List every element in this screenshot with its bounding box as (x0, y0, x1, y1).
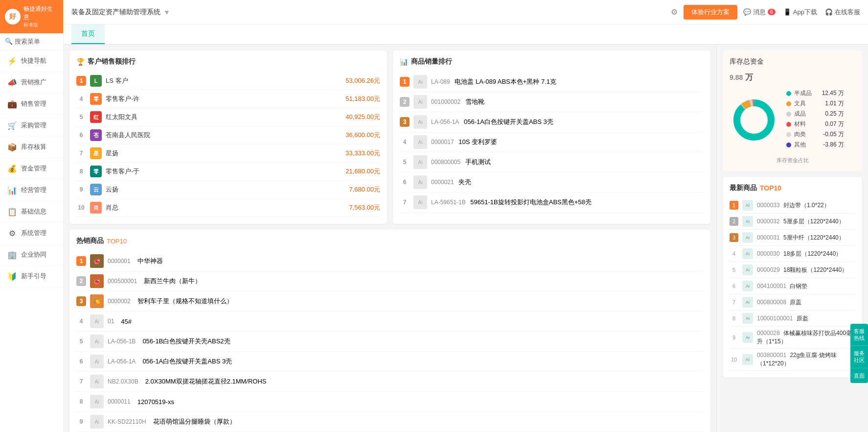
sidebar-item-marketing[interactable]: 📣 营销推广 (0, 72, 63, 94)
hot-selling-title: 热销商品 TOP10 (76, 237, 704, 245)
most-sold-info-5: 000800005 手机测试 (431, 158, 704, 167)
logo-icon: 好 (5, 9, 21, 24)
new-product-icon-10: Ai (742, 354, 753, 365)
float-buttons: 客服 热线 服务 社区 直面 (850, 324, 868, 383)
customer-ranking-title: 🏆 客户销售额排行 (76, 57, 380, 66)
most-sold-item-7: 7 Ai LA-59651-1B 59651-1B旋转投影灯电池盒ABS黑色+5… (400, 192, 704, 213)
svg-point-1 (737, 103, 771, 137)
customer-service-button[interactable]: 客服 热线 (850, 324, 868, 346)
sidebar-item-purchase[interactable]: 🛒 采购管理 (0, 115, 63, 137)
online-service-button[interactable]: 🎧 在线客服 (825, 8, 860, 17)
new-product-rank-3: 3 (730, 233, 738, 242)
purchase-icon: 🛒 (7, 121, 17, 130)
topbar-actions: 💬 消息 6 📱 App下载 🎧 在线客服 (743, 8, 860, 17)
new-product-icon-6: Ai (742, 281, 753, 291)
legend-list: 半成品 12.45 万 文具 1.01 万 成品 0.25 万 (786, 89, 844, 151)
tab-home[interactable]: 首页 (71, 24, 105, 44)
dropdown-icon[interactable]: ▼ (163, 8, 170, 16)
sidebar: 好 畅捷通好生意 标准版 🔍 搜索菜单 ⚡ 快捷导航 📣 营销推广 💼 销售管理… (0, 0, 64, 432)
hot-thumb-1: 🥩 (90, 254, 104, 268)
new-product-icon-7: Ai (742, 297, 753, 308)
mobile-icon: 📱 (783, 8, 791, 16)
new-product-item-9: 9 Ai 0000028 体械赢核味苏打饮品400毫升（1*15） (730, 327, 855, 349)
sidebar-item-finance[interactable]: 💰 资金管理 (0, 158, 63, 180)
most-sold-info-7: LA-59651-1B 59651-1B旋转投影灯电池盒ABS黑色+58壳 (431, 198, 704, 207)
legend-dot-5 (786, 143, 791, 147)
legend-item-4: 肉类 -0.05 万 (786, 130, 844, 139)
logo-text: 畅捷通好生意 标准版 (23, 5, 58, 28)
sales-icon: 💼 (7, 99, 17, 109)
service-community-button[interactable]: 服务 社区 (850, 345, 868, 368)
hot-item-1: 1 🥩 0000001 中华神器 (76, 251, 704, 271)
rank-num-2: 4 (76, 94, 86, 104)
sidebar-item-system[interactable]: ⚙ 系统管理 (0, 223, 63, 244)
marketing-icon: 📣 (7, 78, 17, 87)
sidebar-item-operations[interactable]: 📊 经营管理 (0, 180, 63, 201)
new-products-title: 最新商品 TOP10 (730, 184, 855, 192)
hot-rank-3: 3 (76, 296, 86, 306)
new-product-item-10: 10 Ai 003800001 22g鱼豆腐·烧烤味（1*12*20） (730, 349, 855, 371)
rank-item-4: 6 苍 苍南县人民医院 36,600.00元 (76, 126, 380, 144)
sidebar-item-enterprise[interactable]: 🏢 企业协同 (0, 244, 63, 266)
new-product-item-7: 7 Ai 000800008 原盖 (730, 294, 855, 311)
customer-avatar-2: 零 (90, 93, 102, 105)
most-sold-thumb-6: Ai (413, 175, 427, 189)
inventory-card: 库存总资金 9.88 万 (723, 50, 862, 171)
new-product-item-6: 6 Ai 004100001 白钢垫 (730, 278, 855, 294)
legend-item-1: 文具 1.01 万 (786, 99, 844, 108)
sidebar-item-guide[interactable]: 🔰 新手引导 (0, 266, 63, 288)
new-product-rank-2: 2 (730, 217, 738, 226)
settings-icon[interactable]: ⚙ (671, 7, 678, 17)
sidebar-item-quick-nav[interactable]: ⚡ 快捷导航 (0, 50, 63, 72)
donut-chart (730, 96, 778, 144)
rank-item-6: 8 零 零售客户-于 21,680.00元 (76, 163, 380, 181)
hot-rank-9: 9 (76, 417, 86, 427)
new-product-icon-2: Ai (742, 216, 753, 227)
sidebar-logo: 好 畅捷通好生意 标准版 (0, 0, 63, 33)
customer-avatar-7: 云 (90, 184, 102, 195)
trial-button[interactable]: 体验行业方案 (684, 5, 737, 20)
most-sold-rank-3: 3 (400, 117, 410, 127)
hot-thumb-2: 🥩 (90, 274, 104, 288)
legend-item-5: 其他 -3.86 万 (786, 141, 844, 149)
customer-ranking-card: 🏆 客户销售额排行 1 L LS 客户 53,006.26元 4 零 (69, 50, 387, 224)
hot-rank-7: 7 (76, 377, 86, 386)
customer-rank-list: 1 L LS 客户 53,006.26元 4 零 零售客户-许 51,183.0… (76, 72, 380, 217)
legend-item-0: 半成品 12.45 万 (786, 89, 844, 97)
legend-dot-3 (786, 122, 791, 127)
sidebar-search-area[interactable]: 🔍 搜索菜单 (0, 33, 63, 50)
sidebar-item-sales[interactable]: 💼 销售管理 (0, 94, 63, 115)
sidebar-item-basic-info[interactable]: 📋 基础信息 (0, 201, 63, 223)
hot-rank-4: 4 (76, 316, 86, 326)
most-sold-info-3: LA-056-1A 056-1A白色按键开关盖ABS 3壳 (431, 118, 704, 126)
new-product-item-2: 2 Ai 0000032 5厘多层（1220*2440） (730, 214, 855, 230)
new-products-list: 1 Ai 0000033 封边带（1.0*22） 2 Ai 0000032 5厘… (730, 197, 855, 371)
app-download-button[interactable]: 📱 App下载 (783, 8, 817, 17)
most-sold-thumb-1: Ai (413, 75, 427, 89)
hot-rank-8: 8 (76, 397, 86, 407)
new-product-icon-5: Ai (742, 264, 753, 275)
most-sold-item-4: 4 Ai 0000017 10S 变利罗婆 (400, 132, 704, 152)
new-product-rank-10: 10 (730, 355, 738, 364)
message-button[interactable]: 💬 消息 6 (743, 8, 776, 17)
hot-selling-list: 1 🥩 0000001 中华神器 2 🥩 000500001 新西兰牛肉（新牛）… (76, 251, 704, 432)
new-product-item-8: 8 Ai 10000100001 原盔 (730, 311, 855, 327)
rank-num-3: 5 (76, 112, 86, 122)
most-sold-info-1: LA-089 电池盖 LA-089 ABS本色+黑种 7.1克 (431, 77, 704, 86)
rank-num-8: 10 (76, 203, 86, 213)
most-sold-rank-2: 2 (400, 97, 410, 107)
most-sold-item-5: 5 Ai 000800005 手机测试 (400, 152, 704, 172)
search-menu-button[interactable]: 🔍 搜索菜单 (5, 37, 58, 46)
hot-item-5: 5 Ai LA-056-1B 056-1B白色按键开关壳ABS2壳 (76, 332, 704, 352)
most-sold-title: 📊 商品销量排行 (400, 57, 704, 66)
feedback-button[interactable]: 直面 (850, 368, 868, 383)
new-product-item-4: 4 Ai 0000030 18多层（1220*2440） (730, 246, 855, 262)
most-sold-list: 1 Ai LA-089 电池盖 LA-089 ABS本色+黑种 7.1克 2 A… (400, 72, 704, 213)
sidebar-item-inventory[interactable]: 📦 库存核算 (0, 137, 63, 158)
most-sold-thumb-7: Ai (413, 195, 427, 209)
new-product-item-5: 5 Ai 0000029 18颗粒板（1220*2440） (730, 262, 855, 278)
new-product-icon-1: Ai (742, 200, 753, 211)
finance-icon: 💰 (7, 164, 17, 173)
inventory-value: 9.88 万 (730, 68, 855, 83)
hot-thumb-6: Ai (90, 355, 104, 368)
